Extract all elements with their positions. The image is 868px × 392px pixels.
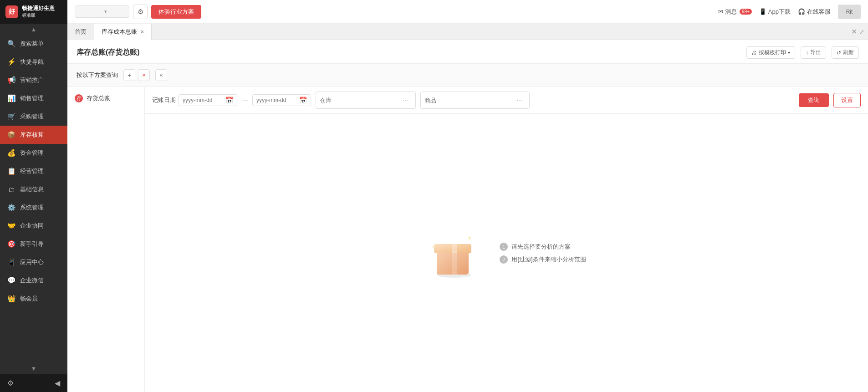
date-start-input[interactable] xyxy=(183,97,224,103)
page-header-actions: 🖨 按模板打印 ▾ ↑ 导出 ↺ 刷新 xyxy=(746,46,859,59)
settings-button[interactable]: 设置 xyxy=(833,93,861,107)
sidebar-label-wechat: 企业微信 xyxy=(20,276,44,285)
date-label: 记账日期 xyxy=(152,96,176,104)
industry-solution-button[interactable]: 体验行业方案 xyxy=(151,5,201,19)
warehouse-more-button[interactable]: ··· xyxy=(399,94,412,107)
refresh-button[interactable]: ↺ 刷新 xyxy=(832,46,859,59)
logo-icon: 好 xyxy=(5,5,18,18)
export-button[interactable]: ↑ 导出 xyxy=(801,46,826,59)
sidebar-item-inventory[interactable]: 📦 库存核算 xyxy=(0,126,67,144)
tab-cost-ledger[interactable]: 库存成本总账 × xyxy=(94,24,152,40)
sidebar-icon-sales: 📊 xyxy=(7,94,15,102)
warehouse-input[interactable] xyxy=(320,97,396,104)
calendar-end-icon[interactable]: 📅 xyxy=(299,97,307,104)
topbar-breadcrumb[interactable]: ▾ xyxy=(75,5,129,18)
print-label: 按模板打印 xyxy=(759,49,786,56)
sidebar-label-quicknav: 快捷导航 xyxy=(20,58,44,66)
content-area: 存 存货总账 记账日期 📅 — xyxy=(67,87,868,392)
sidebar-label-purchase: 采购管理 xyxy=(20,112,44,121)
page-content: 库存总账(存货总账) 🖨 按模板打印 ▾ ↑ 导出 ↺ 刷新 按以下方案查询 xyxy=(67,40,868,392)
print-button[interactable]: 🖨 按模板打印 ▾ xyxy=(746,46,795,59)
app-download-button[interactable]: 📱 App下载 xyxy=(759,8,791,16)
export-icon: ↑ xyxy=(806,50,808,56)
breadcrumb-chevron-icon: ▾ xyxy=(104,9,107,15)
filter-actions: + × xyxy=(123,69,150,81)
user-avatar[interactable]: Rit xyxy=(838,5,861,19)
message-icon: ✉ xyxy=(718,8,723,15)
sidebar-item-member[interactable]: 👑 畅会员 xyxy=(0,290,67,308)
tab-close-all-icon[interactable]: ✕ xyxy=(851,27,857,36)
sidebar-item-guide[interactable]: 🎯 新手引导 xyxy=(0,235,67,253)
sidebar-label-search: 搜索菜单 xyxy=(20,40,44,48)
sidebar-item-system[interactable]: ⚙️ 系统管理 xyxy=(0,199,67,217)
filter-collapse-button[interactable]: « xyxy=(155,69,167,81)
sidebar-scroll-up[interactable]: ▲ xyxy=(0,24,67,35)
sidebar-label-sales: 销售管理 xyxy=(20,94,44,102)
date-field: 记账日期 📅 — 📅 xyxy=(152,94,311,106)
filter-delete-button[interactable]: × xyxy=(138,69,150,81)
sidebar-label-inventory: 库存核算 xyxy=(20,131,44,139)
sidebar-icon-basic: 🗂 xyxy=(7,185,15,193)
topbar-actions: ✉ 消息 99+ 📱 App下载 🎧 在线客服 Rit xyxy=(718,5,861,19)
logo-text: 畅捷通好生意 xyxy=(22,5,55,12)
left-panel: 存 存货总账 xyxy=(67,87,145,392)
inventory-ledger-label: 存货总账 xyxy=(87,94,110,102)
tab-cost-ledger-close-icon[interactable]: × xyxy=(141,29,144,35)
tab-home[interactable]: 首页 xyxy=(67,24,94,40)
sidebar-item-marketing[interactable]: 📢 营销推广 xyxy=(0,71,67,89)
hint-text-1: 请先选择要分析的方案 xyxy=(511,243,571,251)
svg-text:✦: ✦ xyxy=(431,244,435,249)
headset-icon: 🎧 xyxy=(798,8,805,15)
warehouse-field: ··· xyxy=(316,92,416,109)
date-separator: — xyxy=(242,97,248,104)
online-service-label: 在线客服 xyxy=(807,8,831,16)
sidebar-icon-enterprise: 🤝 xyxy=(7,222,15,230)
print-arrow-icon: ▾ xyxy=(788,50,790,55)
sidebar-label-basic: 基础信息 xyxy=(20,185,44,193)
goods-more-button[interactable]: ··· xyxy=(513,94,526,107)
online-service-button[interactable]: 🎧 在线客服 xyxy=(798,8,831,16)
main-content: ▾ ⚙ 体验行业方案 ✉ 消息 99+ 📱 App下载 🎧 在线客服 Rit xyxy=(67,0,868,392)
tab-home-label: 首页 xyxy=(75,28,87,36)
settings-icon[interactable]: ⚙ xyxy=(7,379,14,387)
sidebar-item-operation[interactable]: 📋 经营管理 xyxy=(0,162,67,180)
sidebar-item-purchase[interactable]: 🛒 采购管理 xyxy=(0,107,67,126)
sidebar-footer: ⚙ ◀ xyxy=(0,374,67,392)
sidebar-label-guide: 新手引导 xyxy=(20,240,44,248)
sidebar-icon-operation: 📋 xyxy=(7,167,15,175)
goods-input[interactable] xyxy=(424,97,510,104)
sidebar-item-finance[interactable]: 💰 资金管理 xyxy=(0,144,67,162)
messages-button[interactable]: ✉ 消息 99+ xyxy=(718,8,752,16)
filter-add-button[interactable]: + xyxy=(123,69,135,81)
breadcrumb-text xyxy=(80,8,102,15)
query-button[interactable]: 查询 xyxy=(799,93,829,107)
calendar-start-icon[interactable]: 📅 xyxy=(225,97,233,104)
empty-text: 1 请先选择要分析的方案 2 用[过滤]条件来缩小分析范围 xyxy=(500,243,586,264)
topbar-gear-icon[interactable]: ⚙ xyxy=(133,5,148,19)
logo-badge: 标准版 xyxy=(22,12,55,19)
collapse-sidebar-icon[interactable]: ◀ xyxy=(55,379,60,387)
sidebar-label-operation: 经营管理 xyxy=(20,167,44,175)
sidebar-item-basic[interactable]: 🗂 基础信息 xyxy=(0,180,67,199)
sidebar-item-sales[interactable]: 📊 销售管理 xyxy=(0,89,67,107)
tab-expand-icon[interactable]: ⤢ xyxy=(859,28,864,36)
export-label: 导出 xyxy=(810,49,821,56)
filter-label: 按以下方案查询 xyxy=(77,71,118,79)
empty-hint-2: 2 用[过滤]条件来缩小分析范围 xyxy=(500,255,586,264)
hint-num-2: 2 xyxy=(500,255,508,264)
sidebar-icon-quicknav: ⚡ xyxy=(7,58,15,66)
print-icon: 🖨 xyxy=(751,50,757,56)
tabs-bar: 首页 库存成本总账 × ✕ ⤢ xyxy=(67,24,868,40)
tab-cost-ledger-label: 库存成本总账 xyxy=(102,28,137,36)
sidebar-item-quicknav[interactable]: ⚡ 快捷导航 xyxy=(0,53,67,71)
sidebar-item-wechat[interactable]: 💬 企业微信 xyxy=(0,271,67,290)
date-end-input[interactable] xyxy=(256,97,297,103)
sidebar-item-enterprise[interactable]: 🤝 企业协同 xyxy=(0,217,67,235)
sidebar-item-appcenter[interactable]: 📱 应用中心 xyxy=(0,253,67,271)
messages-badge: 99+ xyxy=(740,9,752,15)
hint-num-1: 1 xyxy=(500,243,508,251)
sidebar-scroll-down[interactable]: ▼ xyxy=(0,363,67,374)
left-panel-item-inventory-ledger[interactable]: 存 存货总账 xyxy=(67,91,144,106)
empty-box-svg: ✦ ✦ ✦ xyxy=(427,226,481,280)
sidebar-item-search[interactable]: 🔍 搜索菜单 xyxy=(0,35,67,53)
